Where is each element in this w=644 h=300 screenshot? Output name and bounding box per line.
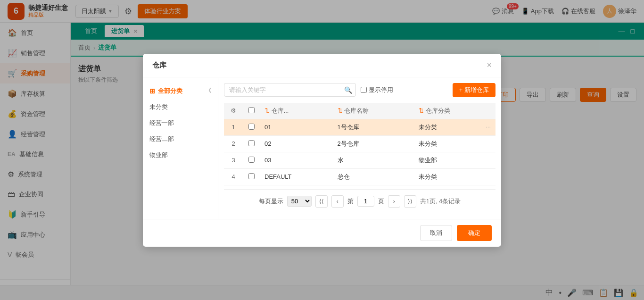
search-icon[interactable]: 🔍 [344, 86, 352, 94]
row-name-1: 1号仓库 [333, 119, 414, 135]
panel-collapse-icon[interactable]: 《 [206, 87, 211, 95]
grid-icon: ⊞ [149, 87, 155, 95]
col-settings: ⚙ [224, 103, 243, 119]
all-categories-label: 全部分类 [158, 87, 182, 95]
col-code: ⇅ 仓库... [260, 103, 333, 119]
cancel-button[interactable]: 取消 [420, 225, 452, 241]
select-all-checkbox[interactable] [248, 107, 255, 113]
category-unclassified[interactable]: 未分类 [143, 99, 218, 115]
add-warehouse-button[interactable]: + 新增仓库 [453, 83, 495, 97]
all-categories-header[interactable]: ⊞ 全部分类 《 [143, 83, 218, 99]
table-row[interactable]: 3 03 水 物业部 [224, 152, 495, 168]
table-header-row: ⚙ ⇅ 仓库... ⇅ [224, 103, 495, 119]
row-actions-1[interactable]: ··· [486, 123, 491, 130]
row-category-4: 未分类 [414, 168, 495, 185]
per-page-select[interactable]: 50 100 200 [287, 196, 312, 207]
row-num-3: 3 [224, 152, 243, 168]
row-name-2: 2号仓库 [333, 135, 414, 152]
show-disabled-label[interactable]: 显示停用 [361, 86, 393, 94]
search-input-wrap: 🔍 [224, 83, 356, 97]
modal-right-panel: 🔍 显示停用 + 新增仓库 ⚙ [218, 77, 501, 219]
sort-icon-name[interactable]: ⇅ [338, 107, 343, 114]
row-code-4: DEFAULT [260, 168, 333, 185]
row-num-1: 1 [224, 119, 243, 135]
row-name-4: 总仓 [333, 168, 414, 185]
category-operations-2[interactable]: 经营二部 [143, 131, 218, 147]
modal-header: 仓库 × [143, 54, 501, 77]
page-number-input[interactable] [357, 196, 374, 207]
row-num-2: 2 [224, 135, 243, 152]
warehouse-table: ⚙ ⇅ 仓库... ⇅ [224, 103, 495, 185]
row-category-2: 未分类 [414, 135, 495, 152]
modal-footer: 取消 确定 [143, 219, 501, 247]
category-property[interactable]: 物业部 [143, 147, 218, 163]
modal-search-bar: 🔍 显示停用 + 新增仓库 [224, 83, 495, 97]
row-category-1: 未分类 ··· [414, 119, 495, 135]
row-code-1: 01 [260, 119, 333, 135]
column-settings-icon[interactable]: ⚙ [231, 107, 236, 114]
warehouse-table-wrap: ⚙ ⇅ 仓库... ⇅ [224, 103, 495, 185]
warehouse-modal: 仓库 × ⊞ 全部分类 《 未分类 经营一部 经营二部 [143, 54, 501, 247]
row-check-1[interactable] [243, 119, 260, 135]
modal-body: ⊞ 全部分类 《 未分类 经营一部 经营二部 物业部 [143, 77, 501, 219]
show-disabled-checkbox[interactable] [361, 87, 367, 93]
table-row[interactable]: 2 02 2号仓库 未分类 [224, 135, 495, 152]
table-row[interactable]: 4 DEFAULT 总仓 未分类 [224, 168, 495, 185]
first-page-button[interactable]: ⟨⟨ [315, 195, 328, 208]
col-name: ⇅ 仓库名称 [333, 103, 414, 119]
modal-left-panel: ⊞ 全部分类 《 未分类 经营一部 经营二部 物业部 [143, 77, 218, 219]
row-check-2[interactable] [243, 135, 260, 152]
last-page-button[interactable]: ⟩⟩ [404, 195, 416, 208]
row-check-3[interactable] [243, 152, 260, 168]
next-page-button[interactable]: › [388, 195, 400, 208]
modal-overlay: 仓库 × ⊞ 全部分类 《 未分类 经营一部 经营二部 [0, 0, 644, 300]
row-code-3: 03 [260, 152, 333, 168]
modal-close-button[interactable]: × [487, 60, 492, 70]
row-num-4: 4 [224, 168, 243, 185]
pagination: 每页显示 50 100 200 ⟨⟨ ‹ 第 页 › ⟩⟩ 共1页, 4条记录 [224, 189, 495, 213]
col-checkbox [243, 103, 260, 119]
row-category-3: 物业部 [414, 152, 495, 168]
sort-icon-code[interactable]: ⇅ [264, 107, 270, 114]
sort-icon-category[interactable]: ⇅ [419, 107, 424, 114]
row-name-3: 水 [333, 152, 414, 168]
modal-title: 仓库 [152, 61, 166, 70]
confirm-button[interactable]: 确定 [457, 225, 492, 241]
page-label: 第 [347, 197, 354, 206]
total-info: 共1页, 4条记录 [420, 197, 461, 206]
page-unit: 页 [378, 197, 384, 206]
prev-page-button[interactable]: ‹ [331, 195, 344, 208]
table-row[interactable]: 1 01 1号仓库 未分类 ··· [224, 119, 495, 135]
per-page-label: 每页显示 [259, 197, 283, 206]
warehouse-search-input[interactable] [224, 83, 356, 97]
col-category: ⇅ 仓库分类 [414, 103, 495, 119]
row-code-2: 02 [260, 135, 333, 152]
row-check-4[interactable] [243, 168, 260, 185]
category-operations-1[interactable]: 经营一部 [143, 115, 218, 131]
